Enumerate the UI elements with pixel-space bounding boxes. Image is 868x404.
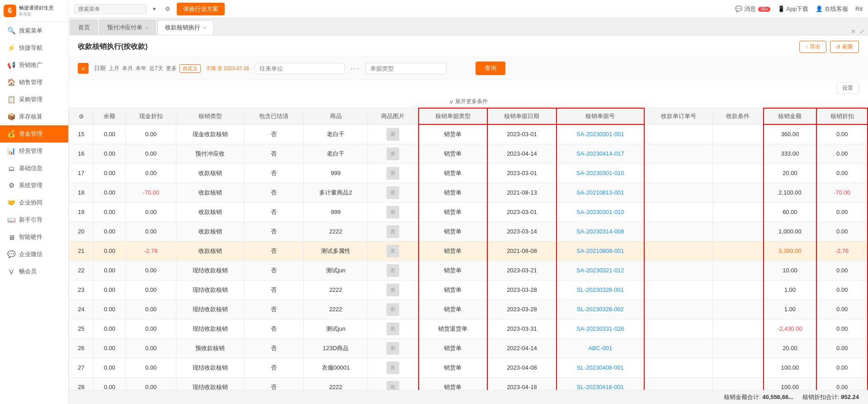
user-name[interactable]: Rit <box>855 5 863 12</box>
cell-verify-bill-no[interactable]: ABC-001 <box>557 338 644 358</box>
sidebar-item-quick-nav[interactable]: ⚡ 快捷导航 <box>0 39 68 57</box>
sidebar-item-newbie[interactable]: 📖 新手引导 <box>0 211 68 228</box>
cell-verify-bill-no[interactable]: SL-20230418-001 <box>557 377 644 390</box>
verify-bill-no-link[interactable]: SA-20230321-012 <box>576 267 624 274</box>
cell-verify-bill-no[interactable]: SA-20230314-008 <box>557 222 644 241</box>
sidebar-item-inventory[interactable]: 📦 库存核算 <box>0 108 68 125</box>
cell-verify-bill-no[interactable]: SA-20230414-017 <box>557 144 644 163</box>
table-setting-button[interactable]: 设置 <box>836 82 859 94</box>
online-service-link[interactable]: 👤 在线客服 <box>816 5 848 13</box>
messages-link[interactable]: 💬 消息 99+ <box>735 5 770 13</box>
source-unit-input[interactable] <box>255 63 345 74</box>
verify-bill-no-link[interactable]: SA-20230301-001 <box>576 131 624 138</box>
verify-bill-no-link[interactable]: SA-20230301-010 <box>576 170 624 176</box>
cell-verify-bill-no[interactable]: SL-20230328-002 <box>557 299 644 319</box>
sidebar-item-wechat[interactable]: 💬 企业微信 <box>0 246 68 263</box>
more-link[interactable]: 更多 <box>166 65 177 72</box>
cell-num: 16 <box>69 144 94 163</box>
filter-toggle-button[interactable]: » <box>78 63 89 74</box>
expand-more-button[interactable]: ∨ 展开更多条件 <box>449 98 488 105</box>
this-month-link[interactable]: 本月 <box>122 65 133 72</box>
sidebar-item-purchase[interactable]: 📋 采购管理 <box>0 91 68 108</box>
table-row: 21 0.00 -2.76 收款核销 否 测试多属性 图 销货单 2021-08… <box>69 241 868 261</box>
cell-balance: 0.00 <box>94 299 126 319</box>
cell-verify-discount: 0.00 <box>816 124 868 144</box>
table-row: 28 0.00 0.00 现结收款核销 否 2222 图 销货单 2023-04… <box>69 377 868 390</box>
table-row: 18 0.00 -70.00 收款核销 否 多计量商品2 图 销货单 2021-… <box>69 183 868 202</box>
sidebar-item-system[interactable]: ⚙ 系统管理 <box>0 177 68 194</box>
page-header: 收款核销执行(按收款) ↑ 导出 ↺ 刷新 <box>69 35 868 57</box>
cell-verify-bill-no[interactable]: SA-20210813-001 <box>557 183 644 202</box>
wechat-icon: 💬 <box>7 250 15 258</box>
sidebar-item-finance[interactable]: 💰 资金管理 <box>0 125 68 143</box>
cell-verify-bill-no[interactable]: SA-20230301-001 <box>557 124 644 144</box>
window-close-icon[interactable]: ✕ <box>851 28 856 35</box>
export-button[interactable]: ↑ 导出 <box>799 41 826 53</box>
sidebar-item-sales[interactable]: 🏠 销售管理 <box>0 74 68 91</box>
verify-bill-no-link[interactable]: SA-20210808-001 <box>576 247 624 254</box>
this-year-link[interactable]: 本年 <box>136 65 146 72</box>
sidebar-item-enterprise[interactable]: 🤝 企业协同 <box>0 194 68 211</box>
cell-include-settled: 否 <box>244 124 303 144</box>
sidebar-item-member[interactable]: V 畅会员 <box>0 263 68 280</box>
cell-goods-img: 图 <box>368 377 419 390</box>
chevron-down-icon[interactable]: ▾ <box>150 4 159 14</box>
verify-bill-no-link[interactable]: SA-20230414-017 <box>576 150 624 157</box>
sidebar-item-basic[interactable]: 🗂 基础信息 <box>0 160 68 177</box>
sidebar-item-operations[interactable]: 📊 经营管理 <box>0 143 68 160</box>
cell-include-settled: 否 <box>244 144 303 163</box>
cell-verify-bill-date: 2023-03-01 <box>487 202 556 222</box>
app-download-link[interactable]: 📱 App下载 <box>778 5 808 13</box>
tab-home[interactable]: 首页 <box>71 20 98 35</box>
prev-month-link[interactable]: 上月 <box>108 65 119 72</box>
verify-bill-no-link[interactable]: SA-20230331-026 <box>576 325 624 332</box>
cell-verify-bill-date: 2023-03-28 <box>487 280 556 299</box>
window-expand-icon[interactable]: ⤢ <box>859 28 864 35</box>
verify-bill-no-link[interactable]: SL-20230408-001 <box>577 364 624 371</box>
date-label: 日期 <box>94 64 106 72</box>
cell-verify-bill-no[interactable]: SA-20230321-012 <box>557 261 644 280</box>
verify-bill-no-link[interactable]: SL-20230418-001 <box>577 384 624 390</box>
source-unit-ellipsis[interactable]: ··· <box>350 64 360 73</box>
cell-goods-img: 图 <box>368 280 419 299</box>
cell-goods-img: 图 <box>368 241 419 261</box>
tab-receivable[interactable]: 收款核销执行 × <box>157 20 213 35</box>
cell-verify-bill-no[interactable]: SL-20230328-001 <box>557 280 644 299</box>
cell-verify-type: 收款核销 <box>176 241 244 261</box>
tab-receivable-close[interactable]: × <box>203 25 206 30</box>
verify-bill-no-link[interactable]: ABC-001 <box>588 345 612 352</box>
cell-receipt-cond <box>713 202 764 222</box>
cell-verify-discount: 0.00 <box>816 202 868 222</box>
table-row: 26 0.00 0.00 预收款核销 否 123D商品 图 销货单 2022-0… <box>69 338 868 358</box>
cell-verify-bill-no[interactable]: SA-20230301-010 <box>557 163 644 183</box>
bill-type-input[interactable] <box>365 63 447 74</box>
search-input[interactable] <box>74 4 146 14</box>
settings-icon[interactable]: ⚙ <box>162 4 173 14</box>
cell-goods-img: 图 <box>368 183 419 202</box>
verify-bill-no-link[interactable]: SA-20230314-008 <box>576 228 624 235</box>
refresh-button[interactable]: ↺ 刷新 <box>830 41 859 53</box>
sidebar-item-marketing[interactable]: 📢 营销推广 <box>0 57 68 74</box>
verify-bill-no-link[interactable]: SA-20210813-001 <box>576 189 624 196</box>
col-settings[interactable]: ⚙ <box>69 108 94 124</box>
marketing-icon: 📢 <box>7 61 15 69</box>
newbie-icon: 📖 <box>7 216 15 224</box>
query-button[interactable]: 查询 <box>476 62 505 75</box>
cell-num: 17 <box>69 163 94 183</box>
cell-balance: 0.00 <box>94 124 126 144</box>
last7-link[interactable]: 近7天 <box>149 65 163 72</box>
tab-prepay[interactable]: 预付冲应付单 × <box>99 20 156 35</box>
custom-link[interactable]: 自定义 <box>179 64 201 73</box>
cell-verify-bill-no[interactable]: SL-20230408-001 <box>557 358 644 377</box>
cell-verify-amount: 1.00 <box>764 280 816 299</box>
sidebar-item-hardware[interactable]: 🖥 智能硬件 <box>0 228 68 246</box>
sidebar-item-search[interactable]: 🔍 搜索菜单 <box>0 22 68 39</box>
tab-prepay-close[interactable]: × <box>145 25 148 30</box>
verify-bill-no-link[interactable]: SL-20230328-002 <box>577 306 624 313</box>
cell-verify-bill-no[interactable]: SA-20230331-026 <box>557 319 644 338</box>
cell-verify-bill-no[interactable]: SA-20230301-010 <box>557 202 644 222</box>
cell-verify-bill-no[interactable]: SA-20210808-001 <box>557 241 644 261</box>
industry-solution-button[interactable]: 体验行业方案 <box>177 3 225 15</box>
verify-bill-no-link[interactable]: SL-20230328-001 <box>577 286 624 293</box>
verify-bill-no-link[interactable]: SA-20230301-010 <box>576 209 624 215</box>
